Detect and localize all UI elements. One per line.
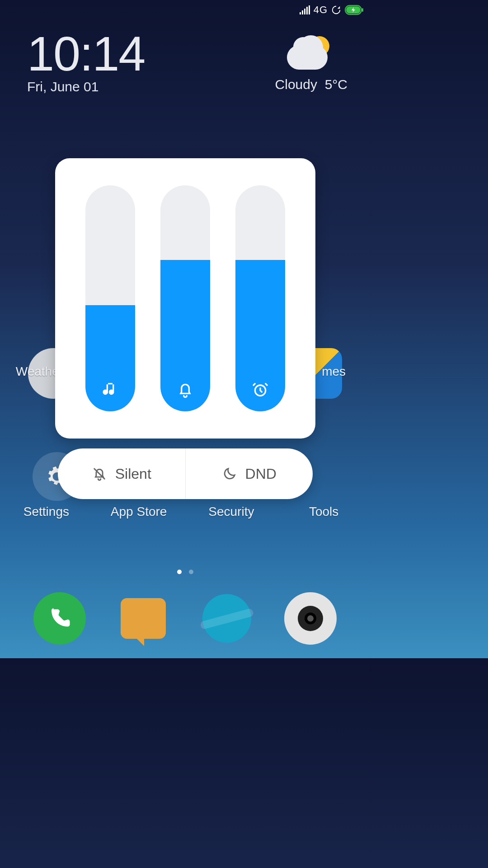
app-appstore[interactable]: App Store: [98, 505, 179, 519]
dock-messages[interactable]: [117, 592, 169, 645]
svg-rect-2: [362, 8, 363, 12]
page-dot-1: [177, 570, 182, 574]
dnd-button[interactable]: DND: [186, 448, 313, 499]
sync-icon: [331, 5, 341, 15]
signal-icon: [299, 5, 310, 14]
dock-browser[interactable]: [201, 592, 253, 645]
volume-slider-alarm[interactable]: [235, 185, 285, 411]
volume-fill-alarm: [235, 260, 285, 411]
page-indicator[interactable]: [0, 570, 370, 574]
volume-fill-media: [85, 305, 135, 411]
status-bar: 4G: [0, 0, 370, 20]
home-row-2: Settings App Store Security Tools: [0, 505, 370, 519]
volume-slider-ring[interactable]: [160, 185, 210, 411]
volume-slider-media[interactable]: [85, 185, 135, 411]
message-icon: [121, 598, 166, 639]
app-label: mes: [322, 364, 346, 379]
dnd-label: DND: [245, 466, 277, 482]
silent-button[interactable]: Silent: [58, 448, 186, 499]
volume-panel: [55, 158, 315, 439]
weather-text: Cloudy 5°C: [275, 77, 347, 92]
app-settings[interactable]: Settings: [5, 505, 87, 519]
bell-icon: [176, 381, 194, 399]
network-type: 4G: [314, 4, 328, 16]
page-dot-2: [189, 570, 193, 574]
dock: [0, 592, 370, 645]
browser-icon: [197, 589, 257, 648]
moon-icon: [222, 466, 237, 481]
music-icon: [101, 381, 119, 399]
silent-label: Silent: [115, 466, 151, 482]
battery-charging-icon: [345, 5, 364, 15]
volume-fill-ring: [160, 260, 210, 411]
dock-camera[interactable]: [284, 592, 337, 645]
camera-icon: [298, 606, 323, 631]
clock-time: 10:14: [27, 25, 145, 82]
bell-off-icon: [92, 466, 107, 481]
phone-icon: [47, 606, 72, 631]
app-tools[interactable]: Tools: [283, 505, 365, 519]
app-security[interactable]: Security: [191, 505, 272, 519]
alarm-icon: [251, 381, 269, 399]
weather-cloudy-icon: [289, 32, 334, 72]
weather-widget[interactable]: Cloudy 5°C: [275, 32, 347, 92]
clock-widget[interactable]: 10:14 Fri, June 01: [27, 25, 145, 94]
sound-mode-bar: Silent DND: [58, 448, 313, 499]
dock-phone[interactable]: [33, 592, 86, 645]
